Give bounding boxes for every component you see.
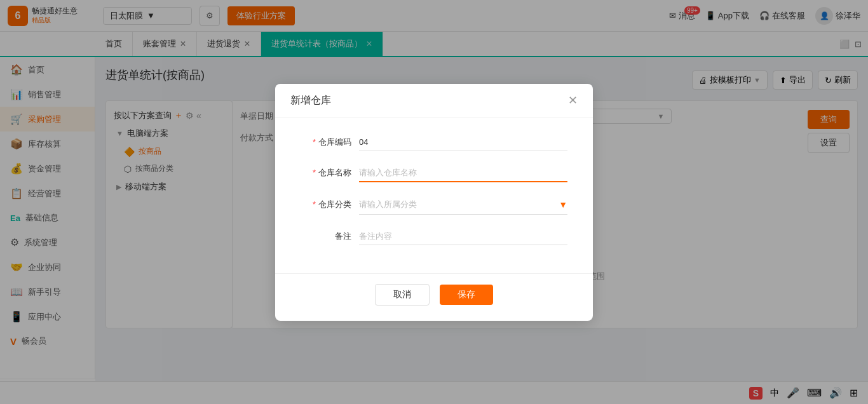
modal-body: 仓库编码 仓库名称 仓库分类 请输入所属分类 ▼ 备注	[275, 118, 593, 273]
modal-close-button[interactable]: ✕	[568, 95, 578, 106]
modal-title: 新增仓库	[290, 94, 331, 107]
warehouse-name-input[interactable]	[359, 164, 567, 182]
remark-label: 备注	[301, 231, 351, 242]
category-label: 仓库分类	[301, 199, 351, 210]
modal-footer: 取消 保存	[275, 273, 593, 321]
form-row-remark: 备注	[301, 227, 567, 245]
code-label: 仓库编码	[301, 137, 351, 148]
category-placeholder: 请输入所属分类	[359, 199, 417, 210]
remark-input[interactable]	[359, 227, 567, 245]
modal-overlay: 新增仓库 ✕ 仓库编码 仓库名称 仓库分类 请输入所属分类 ▼	[0, 0, 868, 404]
category-dropdown-icon: ▼	[559, 199, 567, 210]
cancel-button[interactable]: 取消	[375, 284, 430, 306]
name-label: 仓库名称	[301, 167, 351, 178]
warehouse-code-input[interactable]	[359, 133, 567, 151]
save-button[interactable]: 保存	[440, 285, 493, 305]
form-row-code: 仓库编码	[301, 133, 567, 151]
form-row-name: 仓库名称	[301, 164, 567, 182]
warehouse-modal: 新增仓库 ✕ 仓库编码 仓库名称 仓库分类 请输入所属分类 ▼	[275, 84, 593, 321]
warehouse-category-select[interactable]: 请输入所属分类 ▼	[359, 195, 567, 215]
modal-header: 新增仓库 ✕	[275, 84, 593, 118]
form-row-category: 仓库分类 请输入所属分类 ▼	[301, 195, 567, 215]
